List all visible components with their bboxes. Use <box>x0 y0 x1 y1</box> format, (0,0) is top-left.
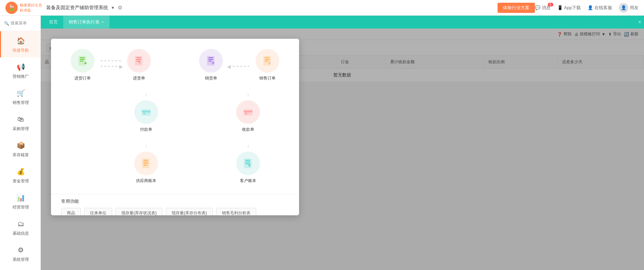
message-button[interactable]: 💬 消息 6 <box>535 5 551 11</box>
flow-row-3: 供应商账本 <box>65 151 285 184</box>
top-header: 🍃 畅康通好生意 标准版 装备及固定资产辅助管理系统 ▼ ⚙ 体验行业方案 💬 … <box>0 0 644 16</box>
svg-rect-3 <box>80 61 83 61</box>
tab-home[interactable]: 首页 <box>43 16 63 29</box>
func-btn-stock-dist[interactable]: 现存量(库存分布表) <box>166 208 213 215</box>
flow-node-sales-bill[interactable]: ≡ 销货单 <box>193 49 229 81</box>
service-icon: 👤 <box>588 5 593 10</box>
flow-row-1: 进货订单 ▶ <box>65 49 285 81</box>
arrow-h-1: ▶ <box>101 54 121 76</box>
modal-box: 进货订单 ▶ <box>51 39 299 215</box>
func-buttons-row1: 商品 往来单位 现存量(库存状况表) 现存量(库存分布表) 销售毛利分析表 商品… <box>61 208 289 215</box>
svg-rect-7 <box>136 61 140 61</box>
svg-rect-6 <box>136 59 141 60</box>
tab-close-icon[interactable]: × <box>102 20 104 24</box>
svg-text:≡: ≡ <box>212 62 214 64</box>
sales-icon: 🛒 <box>15 88 26 98</box>
func-btn-sales-profit[interactable]: 销售毛利分析表 <box>216 208 256 215</box>
marketing-icon: 📢 <box>15 61 26 72</box>
sidebar-item-inventory[interactable]: 📦 库存核算 <box>0 136 40 162</box>
system-dropdown-button[interactable]: ▼ <box>111 5 115 10</box>
svg-rect-10 <box>208 59 213 60</box>
flow-diagram: 进货订单 ▶ <box>51 39 299 194</box>
flow-node-payment[interactable]: ¥ 付款单 <box>126 100 167 132</box>
download-icon: 📱 <box>557 5 563 10</box>
operations-icon: 📊 <box>15 192 26 203</box>
close-all-tabs-button[interactable]: × <box>638 19 641 25</box>
svg-rect-28 <box>143 165 147 166</box>
flow-row-2: ¥ 付款单 <box>65 100 285 132</box>
svg-rect-19 <box>142 111 151 112</box>
sidebar-item-quick-nav[interactable]: 🏠 快捷导航 <box>0 31 40 57</box>
svg-text:¥: ¥ <box>245 112 247 115</box>
svg-rect-26 <box>143 162 148 162</box>
payment-circle: ¥ <box>134 100 158 124</box>
sidebar-item-basic-info[interactable]: 🗂 基础信息 <box>0 214 40 240</box>
sidebar-search-area: 🔍 搜索菜单 <box>0 16 40 31</box>
logo-area: 🍃 畅康通好生意 标准版 <box>5 2 46 14</box>
flow-node-receipt[interactable]: ¥ 收款单 <box>228 100 268 132</box>
message-icon: 💬 <box>535 5 540 10</box>
online-service-button[interactable]: 👤 在线客服 <box>588 5 612 11</box>
logo-icon: 🍃 <box>5 2 18 14</box>
flow-node-sales-order[interactable]: 销售订单 <box>249 49 285 81</box>
sidebar: 🔍 搜索菜单 🏠 快捷导航 📢 营销推广 🛒 销售管理 🛍 采购管理 📦 库存核… <box>0 16 41 270</box>
svg-rect-5 <box>136 57 141 58</box>
main-layout: 🔍 搜索菜单 🏠 快捷导航 📢 营销推广 🛒 销售管理 🛍 采购管理 📦 库存核… <box>0 16 644 270</box>
avatar: 👤 <box>619 3 628 13</box>
sales-order-circle <box>256 49 279 73</box>
app-download-button[interactable]: 📱 App下载 <box>557 5 581 11</box>
flow-node-customer-ledger[interactable]: 客户账本 <box>228 151 268 184</box>
basic-info-icon: 🗂 <box>15 218 26 229</box>
content-area: 首页 销售订单执行表 × × ❓ 帮助 🖨 按模板打印 <box>41 16 644 270</box>
search-menu-button[interactable]: 🔍 搜索菜单 <box>3 19 38 28</box>
sidebar-item-system[interactable]: ⚙ 系统管理 <box>0 240 40 267</box>
flow-node-purchase-order[interactable]: 进货订单 <box>65 49 101 81</box>
sidebar-item-marketing[interactable]: 📢 营销推广 <box>0 57 40 84</box>
inventory-icon: 📦 <box>15 140 26 151</box>
header-right: 💬 消息 6 📱 App下载 👤 在线客服 👤 用友 <box>535 3 639 13</box>
settings-icon-button[interactable]: ⚙ <box>118 4 122 11</box>
trial-button[interactable]: 体验行业方案 <box>498 3 535 13</box>
page-content: ❓ 帮助 🖨 按模板打印 ▼ ⬆ 导出 🔄 刷新 <box>41 29 644 270</box>
svg-rect-31 <box>245 162 250 162</box>
message-badge: 6 <box>548 3 553 6</box>
common-functions: 常用功能 商品 往来单位 现存量(库存状况表) 现存量(库存分布表) 销售毛利分… <box>51 194 299 215</box>
flow-node-purchase[interactable]: 进货单 <box>121 49 157 81</box>
system-title: 装备及固定资产辅助管理系统 ▼ ⚙ <box>46 4 493 11</box>
svg-rect-15 <box>265 57 269 58</box>
svg-rect-1 <box>80 57 85 58</box>
supplier-ledger-circle <box>134 151 158 175</box>
arrow-h-2: ◀ <box>229 54 249 76</box>
purchase-circle <box>127 49 151 73</box>
svg-rect-17 <box>265 61 268 61</box>
search-icon: 🔍 <box>4 21 9 26</box>
purchase-icon: 🛍 <box>15 114 26 125</box>
svg-text:¥: ¥ <box>143 112 145 115</box>
flow-arrows-v2: ↓ ↓ <box>65 143 285 151</box>
sidebar-item-purchase[interactable]: 🛍 采购管理 <box>0 110 40 136</box>
home-icon: 🏠 <box>15 35 26 46</box>
func-btn-stock-status[interactable]: 现存量(库存状况表) <box>116 208 162 215</box>
receipt-circle: ¥ <box>236 100 260 124</box>
user-area[interactable]: 👤 用友 <box>619 3 639 13</box>
sidebar-item-enterprise[interactable]: 🤝 企业协同 <box>0 267 40 270</box>
common-functions-title: 常用功能 <box>61 194 289 208</box>
tab-sales-order[interactable]: 销售订单执行表 × <box>63 16 109 29</box>
func-btn-partners[interactable]: 往来单位 <box>84 208 112 215</box>
sidebar-item-sales[interactable]: 🛒 销售管理 <box>0 84 40 110</box>
svg-rect-27 <box>143 163 148 164</box>
flow-arrows-v: ↓ ↓ <box>65 91 285 100</box>
svg-rect-30 <box>245 160 250 161</box>
tab-bar: 首页 销售订单执行表 × × <box>41 16 644 29</box>
func-btn-goods[interactable]: 商品 <box>61 208 81 215</box>
sidebar-item-operations[interactable]: 📊 经营管理 <box>0 188 40 214</box>
sales-bill-circle: ≡ <box>199 49 223 73</box>
logo-text: 畅康通好生意 标准版 <box>20 3 42 13</box>
svg-rect-16 <box>265 59 269 60</box>
finance-icon: 💰 <box>15 166 26 177</box>
system-icon: ⚙ <box>15 245 26 255</box>
sidebar-item-finance[interactable]: 💰 资金管理 <box>0 162 40 188</box>
svg-rect-9 <box>208 57 213 58</box>
flow-node-supplier-ledger[interactable]: 供应商账本 <box>126 151 167 184</box>
customer-ledger-circle <box>236 151 260 175</box>
